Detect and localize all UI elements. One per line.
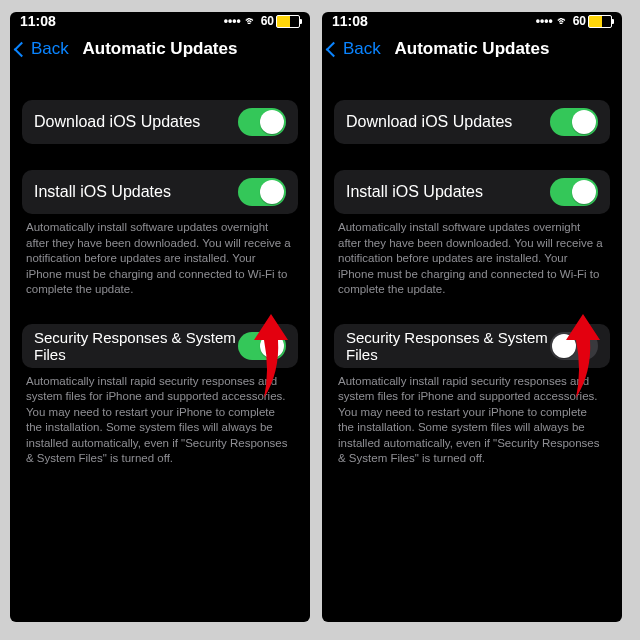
nav-bar: Back Automatic Updates [10,30,310,68]
status-right: •••• ᯤ 60 [224,14,300,28]
row-download-ios-updates[interactable]: Download iOS Updates [22,100,298,144]
battery-icon [276,15,300,28]
status-right: •••• ᯤ 60 [536,14,612,28]
row-install-ios-updates[interactable]: Install iOS Updates [22,170,298,214]
wifi-icon: ᯤ [557,14,569,28]
status-bar: 11:08 •••• ᯤ 60 [10,12,310,30]
battery-indicator: 60 [573,14,612,28]
row-download-ios-updates[interactable]: Download iOS Updates [334,100,610,144]
row-label: Security Responses & System Files [34,329,238,363]
row-label: Install iOS Updates [34,183,171,201]
chevron-left-icon [14,41,30,57]
back-label: Back [343,39,381,59]
back-label: Back [31,39,69,59]
toggle-download-ios-updates[interactable] [550,108,598,136]
row-label: Download iOS Updates [34,113,200,131]
status-bar: 11:08 •••• ᯤ 60 [322,12,622,30]
settings-content: Download iOS Updates Install iOS Updates… [10,68,310,467]
signal-icon: •••• [224,14,241,28]
nav-bar: Back Automatic Updates [322,30,622,68]
row-security-responses[interactable]: Security Responses & System Files [22,324,298,368]
install-description: Automatically install software updates o… [334,214,610,298]
status-time: 11:08 [20,13,56,29]
wifi-icon: ᯤ [245,14,257,28]
battery-icon [588,15,612,28]
row-label: Install iOS Updates [346,183,483,201]
toggle-download-ios-updates[interactable] [238,108,286,136]
toggle-install-ios-updates[interactable] [550,178,598,206]
row-install-ios-updates[interactable]: Install iOS Updates [334,170,610,214]
screenshot-right: 11:08 •••• ᯤ 60 Back Automatic Updates D… [322,12,622,622]
status-time: 11:08 [332,13,368,29]
back-button[interactable]: Back [10,39,69,59]
battery-indicator: 60 [261,14,300,28]
row-label: Security Responses & System Files [346,329,550,363]
back-button[interactable]: Back [322,39,381,59]
toggle-security-responses[interactable] [238,332,286,360]
toggle-install-ios-updates[interactable] [238,178,286,206]
install-description: Automatically install software updates o… [22,214,298,298]
row-label: Download iOS Updates [346,113,512,131]
settings-content: Download iOS Updates Install iOS Updates… [322,68,622,467]
row-security-responses[interactable]: Security Responses & System Files [334,324,610,368]
toggle-security-responses[interactable] [550,332,598,360]
comparison-stage: 11:08 •••• ᯤ 60 Back Automatic Updates D… [0,0,640,640]
battery-percent: 60 [261,14,274,28]
security-description: Automatically install rapid security res… [22,368,298,467]
security-description: Automatically install rapid security res… [334,368,610,467]
chevron-left-icon [326,41,342,57]
signal-icon: •••• [536,14,553,28]
battery-percent: 60 [573,14,586,28]
screenshot-left: 11:08 •••• ᯤ 60 Back Automatic Updates D… [10,12,310,622]
